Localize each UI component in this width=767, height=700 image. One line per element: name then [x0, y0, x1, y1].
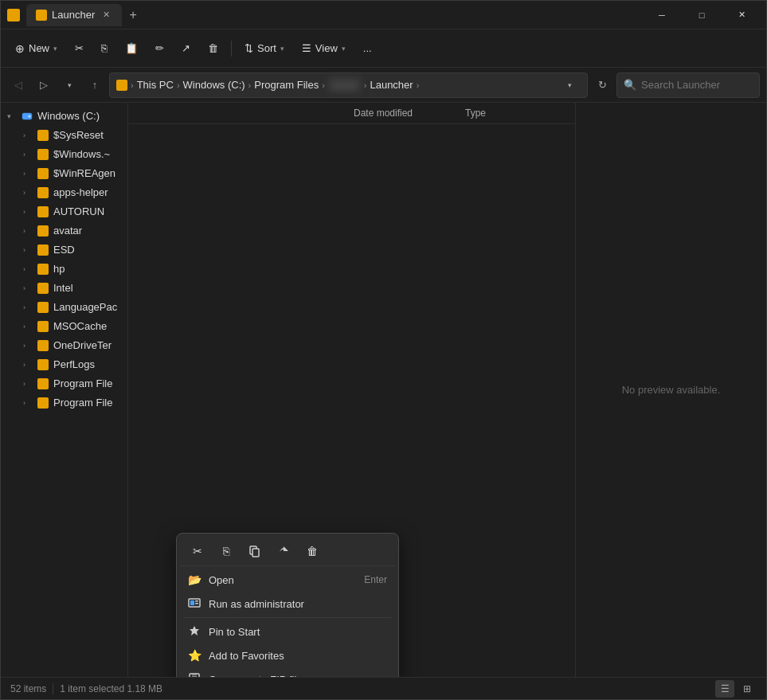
ctx-compress-item[interactable]: Compress to ZIP file [180, 667, 395, 677]
sidebar-item[interactable]: ›MSOCache [4, 317, 124, 335]
new-label: New [29, 42, 49, 54]
sidebar-item[interactable]: ›OneDriveTer [4, 336, 124, 354]
status-selection: 1 item selected 1.18 MB [60, 683, 162, 694]
sidebar-folder-icon [37, 130, 49, 141]
minimize-button[interactable]: ─ [644, 1, 680, 29]
sidebar-item[interactable]: ›hp [4, 260, 124, 278]
sidebar-chevron: › [23, 399, 33, 407]
address-dropdown[interactable]: ▾ [558, 74, 581, 96]
breadcrumb-thispc[interactable]: This PC [137, 79, 174, 91]
view-list-button[interactable]: ☰ [715, 680, 734, 698]
tab-launcher[interactable]: Launcher ✕ [26, 4, 122, 26]
svg-rect-9 [192, 674, 197, 676]
back-button[interactable]: ◁ [7, 74, 29, 96]
sidebar-item[interactable]: ›AUTORUN [4, 202, 124, 221]
breadcrumb-sep-4: › [322, 80, 325, 90]
sidebar-item[interactable]: ›apps-helper [4, 183, 124, 201]
tab-label: Launcher [52, 9, 95, 21]
share-button[interactable]: ↗ [174, 34, 198, 63]
sidebar-item[interactable]: ›$Windows.~ [4, 145, 124, 163]
maximize-button[interactable]: □ [683, 1, 720, 29]
breadcrumb-programfiles[interactable]: Program Files [254, 79, 319, 91]
sidebar-item-label: hp [53, 263, 118, 275]
sidebar-item[interactable]: ›Intel [4, 279, 124, 297]
breadcrumb-sep-6: › [417, 80, 420, 90]
sidebar-item[interactable]: ›PerfLogs [4, 355, 124, 373]
sidebar-folder-icon [37, 225, 49, 237]
delete-icon: 🗑 [208, 42, 218, 54]
sort-label: Sort [257, 42, 276, 54]
sort-button[interactable]: ⇅ Sort ▾ [237, 34, 292, 63]
breadcrumb-drive[interactable]: Windows (C:) [183, 79, 245, 91]
ctx-runas-item[interactable]: Run as administrator [180, 592, 395, 616]
sidebar-item[interactable]: ›$SysReset [4, 126, 124, 144]
sidebar-item-root[interactable]: ▾ Windows (C:) [4, 107, 124, 125]
ctx-delete-button[interactable]: 🗑 [299, 540, 325, 562]
sidebar-item[interactable]: ›avatar [4, 221, 124, 240]
sidebar-folder-icon [37, 168, 49, 179]
ctx-compress-icon [188, 673, 201, 677]
ctx-pin-icon [188, 625, 201, 638]
copy-button[interactable]: ⎘ [93, 34, 115, 63]
ctx-share-button[interactable] [271, 540, 296, 562]
sidebar-chevron: › [23, 265, 33, 273]
new-chevron: ▾ [53, 45, 57, 53]
more-button[interactable]: ... [355, 34, 380, 63]
view-grid-button[interactable]: ⊞ [738, 680, 757, 698]
sidebar-item-label: MSOCache [53, 320, 118, 332]
breadcrumb-launcher[interactable]: Launcher [370, 79, 413, 91]
sidebar-item-label: Intel [53, 282, 118, 294]
sidebar-item[interactable]: ›Program File [4, 374, 124, 393]
search-box[interactable]: 🔍 [616, 72, 760, 98]
sidebar-item[interactable]: ›$WinREAgen [4, 164, 124, 182]
sidebar-root-label: Windows (C:) [37, 110, 118, 122]
sidebar-item[interactable]: ›LanguagePac [4, 298, 124, 316]
header-name[interactable] [135, 108, 354, 119]
main-content: ▾ Windows (C:) ›$SysReset›$Windows.~›$Wi… [1, 103, 766, 677]
new-tab-button[interactable]: + [122, 4, 144, 26]
title-bar: Launcher ✕ + ─ □ ✕ [1, 1, 766, 29]
sidebar-folder-icon [37, 397, 49, 409]
rename-icon: ✏ [155, 42, 164, 54]
refresh-button[interactable]: ↻ [591, 74, 613, 96]
header-type[interactable]: Type [465, 108, 569, 119]
close-button[interactable]: ✕ [723, 1, 760, 29]
breadcrumb-hidden[interactable]: ········ [328, 77, 361, 92]
tab-folder-icon [36, 10, 47, 21]
ctx-cut-button[interactable]: ✂ [185, 540, 210, 562]
paste-button[interactable]: 📋 [117, 34, 146, 63]
sidebar-item[interactable]: ›ESD [4, 241, 124, 259]
sidebar-folder-icon [37, 244, 49, 256]
cut-button[interactable]: ✂ [67, 34, 92, 63]
forward-button[interactable]: ▷ [33, 74, 55, 96]
new-button[interactable]: ⊕ New ▾ [7, 34, 65, 63]
recent-button[interactable]: ▾ [58, 74, 80, 96]
svg-rect-10 [192, 676, 197, 677]
paste-icon: 📋 [125, 42, 138, 54]
search-input[interactable] [641, 79, 767, 91]
header-date[interactable]: Date modified [354, 108, 465, 119]
sidebar-item-label: ESD [53, 244, 118, 256]
ctx-favorites-item[interactable]: ⭐ Add to Favorites [180, 643, 395, 667]
delete-button[interactable]: 🗑 [200, 34, 226, 63]
sidebar-chevron: › [23, 361, 33, 369]
ctx-open-shortcut: Enter [364, 574, 387, 585]
ctx-pin-item[interactable]: Pin to Start [180, 620, 395, 643]
view-chevron: ▾ [342, 45, 346, 53]
ctx-favorites-label: Add to Favorites [209, 650, 387, 662]
sidebar-chevron: › [23, 323, 33, 330]
tab-close-button[interactable]: ✕ [100, 9, 112, 22]
ctx-paste-special-button[interactable] [242, 540, 268, 562]
ctx-open-item[interactable]: 📂 Open Enter [180, 568, 395, 592]
view-button[interactable]: ☰ View ▾ [294, 34, 354, 63]
sidebar-item-label: Program File [53, 377, 118, 389]
ctx-runas-icon [188, 597, 201, 610]
breadcrumb[interactable]: › This PC › Windows (C:) › Program Files… [109, 72, 588, 98]
sidebar-item-label: $WinREAgen [53, 167, 118, 179]
rename-button[interactable]: ✏ [147, 34, 172, 63]
ctx-copy-button[interactable]: ⎘ [213, 540, 239, 562]
up-button[interactable]: ↑ [84, 74, 106, 96]
sidebar-item[interactable]: ›Program File [4, 393, 124, 412]
sidebar-item-label: OneDriveTer [53, 339, 118, 351]
sidebar-item-label: LanguagePac [53, 301, 118, 313]
